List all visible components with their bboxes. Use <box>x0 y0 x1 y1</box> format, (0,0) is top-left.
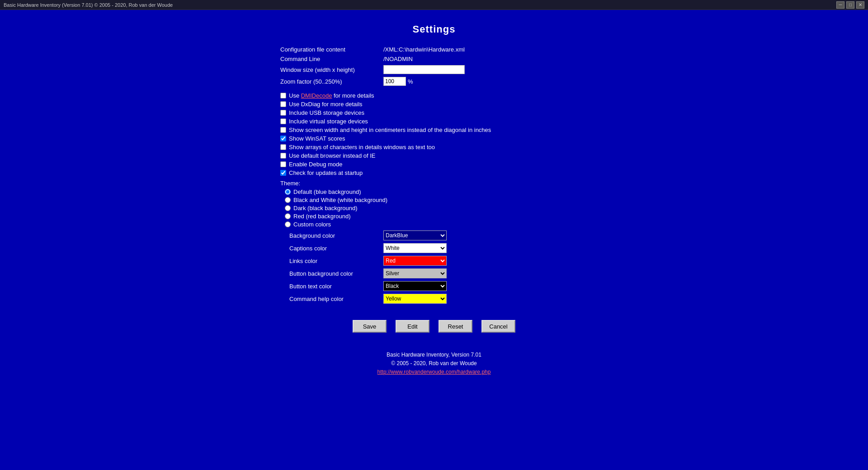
config-file-label: Configuration file content <box>280 46 380 53</box>
zoom-unit: % <box>408 78 413 85</box>
titlebar: Basic Hardware Inventory (Version 7.01) … <box>0 0 868 10</box>
theme-default-radio[interactable] <box>285 189 291 195</box>
minimize-button[interactable]: ─ <box>836 1 844 9</box>
checkbox-updates: Check for updates at startup <box>280 169 588 176</box>
save-button[interactable]: Save <box>353 320 387 333</box>
cb-updates-label: Check for updates at startup <box>289 169 363 176</box>
cb-debug-label: Enable Debug mode <box>289 161 343 168</box>
cb-dxdiag[interactable] <box>280 101 286 107</box>
close-button[interactable]: ✕ <box>856 1 864 9</box>
theme-default-row: Default (blue background) <box>285 188 588 195</box>
window-size-label: Window size (width x height) <box>280 65 380 74</box>
theme-default-label: Default (blue background) <box>293 188 361 195</box>
page-title: Settings <box>413 24 456 35</box>
theme-custom-row: Custom colors <box>285 221 588 228</box>
settings-container: Configuration file content /XML:C:\hardw… <box>280 46 588 377</box>
bg-color-label: Background color <box>289 230 380 240</box>
titlebar-title: Basic Hardware Inventory (Version 7.01) … <box>4 2 173 8</box>
zoom-label: Zoom factor (50..250%) <box>280 77 380 86</box>
cb-dxdiag-label: Use DxDiag for more details <box>289 101 363 108</box>
bg-color-select[interactable]: DarkBlue Black White Silver Red Yellow <box>383 230 447 240</box>
checkbox-dmidecode: Use DMIDecode for more details <box>280 92 588 99</box>
theme-red-radio[interactable] <box>285 213 291 219</box>
theme-dark-row: Dark (black background) <box>285 205 588 212</box>
theme-bw-label: Black and White (white background) <box>293 197 387 203</box>
footer: Basic Hardware Inventory, Version 7.01 ©… <box>280 351 588 377</box>
edit-button[interactable]: Edit <box>396 320 429 333</box>
theme-dark-radio[interactable] <box>285 205 291 211</box>
captions-color-select[interactable]: White Black Red Yellow Silver <box>383 243 447 253</box>
command-line-value: /NOADMIN <box>383 56 588 62</box>
checkbox-cm: Show screen width and height in centimet… <box>280 127 588 133</box>
theme-dark-label: Dark (black background) <box>293 205 358 212</box>
btn-bg-color-label: Button background color <box>289 268 380 278</box>
cb-arrays-label: Show arrays of characters in details win… <box>289 144 435 150</box>
main-content: Settings Configuration file content /XML… <box>0 10 868 377</box>
btn-text-color-label: Button text color <box>289 281 380 291</box>
titlebar-controls: ─ □ ✕ <box>836 1 864 9</box>
cb-dmidecode[interactable] <box>280 93 286 99</box>
theme-red-label: Red (red background) <box>293 213 350 220</box>
custom-colors-grid: Background color DarkBlue Black White Si… <box>289 230 588 304</box>
theme-label: Theme: <box>280 180 588 187</box>
command-line-label: Command Line <box>280 56 380 62</box>
cmd-help-color-select[interactable]: Yellow White Black Red Silver <box>383 294 447 304</box>
btn-bg-color-select[interactable]: Silver White Black Red Yellow <box>383 268 447 278</box>
cb-cm-label: Show screen width and height in centimet… <box>289 127 491 133</box>
theme-bw-radio[interactable] <box>285 197 291 203</box>
cb-browser-label: Use default browser instead of IE <box>289 152 376 159</box>
cb-browser[interactable] <box>280 153 286 159</box>
cancel-button[interactable]: Cancel <box>481 320 515 333</box>
captions-color-label: Captions color <box>289 243 380 253</box>
theme-custom-radio[interactable] <box>285 221 291 227</box>
footer-line2: © 2005 - 2020, Rob van der Woude <box>280 359 588 368</box>
cb-dmidecode-label: Use DMIDecode for more details <box>289 92 374 99</box>
cb-usb-label: Include USB storage devices <box>289 109 364 116</box>
buttons-row: Save Edit Reset Cancel <box>280 320 588 333</box>
checkbox-debug: Enable Debug mode <box>280 161 588 168</box>
checkbox-browser: Use default browser instead of IE <box>280 152 588 159</box>
theme-section: Theme: Default (blue background) Black a… <box>280 180 588 304</box>
theme-red-row: Red (red background) <box>285 213 588 220</box>
cb-virtual[interactable] <box>280 118 286 124</box>
btn-text-color-select[interactable]: Black White Red Yellow Silver <box>383 281 447 291</box>
cmd-help-color-label: Command help color <box>289 294 380 304</box>
dmidecode-link[interactable]: DMIDecode <box>301 92 332 99</box>
config-grid: Configuration file content /XML:C:\hardw… <box>280 46 588 86</box>
links-color-select[interactable]: Red White Black Yellow Silver <box>383 256 447 266</box>
checkbox-winsat: Show WinSAT scores <box>280 135 588 142</box>
checkbox-usb: Include USB storage devices <box>280 109 588 116</box>
cb-virtual-label: Include virtual storage devices <box>289 118 368 125</box>
footer-link[interactable]: http://www.robvanderwoude.com/hardware.p… <box>377 369 491 375</box>
cb-updates[interactable] <box>280 170 286 176</box>
links-color-label: Links color <box>289 256 380 266</box>
reset-button[interactable]: Reset <box>439 320 472 333</box>
zoom-row: % <box>383 77 588 86</box>
window-size-input[interactable] <box>383 65 465 74</box>
checkbox-dxdiag: Use DxDiag for more details <box>280 101 588 108</box>
cb-usb[interactable] <box>280 110 286 116</box>
zoom-input[interactable] <box>383 77 406 86</box>
theme-custom-label: Custom colors <box>293 221 331 228</box>
footer-line1: Basic Hardware Inventory, Version 7.01 <box>280 351 588 359</box>
config-file-value: /XML:C:\hardwin\Hardware.xml <box>383 46 588 53</box>
cb-winsat-label: Show WinSAT scores <box>289 135 345 142</box>
cb-cm[interactable] <box>280 127 286 133</box>
cb-winsat[interactable] <box>280 136 286 141</box>
checkbox-virtual: Include virtual storage devices <box>280 118 588 125</box>
cb-debug[interactable] <box>280 161 286 167</box>
cb-arrays[interactable] <box>280 144 286 150</box>
checkboxes-section: Use DMIDecode for more details Use DxDia… <box>280 92 588 176</box>
checkbox-arrays: Show arrays of characters in details win… <box>280 144 588 150</box>
maximize-button[interactable]: □ <box>846 1 854 9</box>
theme-bw-row: Black and White (white background) <box>285 197 588 203</box>
